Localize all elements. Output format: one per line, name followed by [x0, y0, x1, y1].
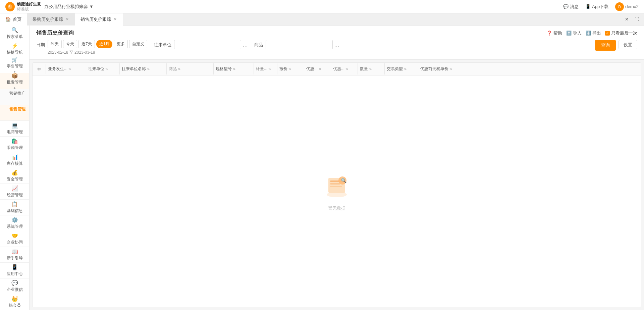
- filter-actions: 查询 设置: [595, 40, 637, 51]
- sidebar-item-shortcut[interactable]: ⚡ 快捷导航: [0, 41, 29, 57]
- table-container: ⚙ 业务发生... ⇅ 往来单位 ⇅ 往来单位名称 ⇅ 商品 ⇅: [32, 62, 641, 307]
- svg-text:🔍: 🔍: [341, 178, 347, 184]
- sort-unit-name-icon[interactable]: ⇅: [147, 67, 150, 71]
- sidebar-item-finance[interactable]: 💰 资金管理: [0, 168, 29, 184]
- sidebar-item-wechat[interactable]: 💬 企业微信: [0, 278, 29, 294]
- date-btn-more[interactable]: 更多: [114, 40, 128, 48]
- th-gear[interactable]: ⚙: [33, 64, 46, 74]
- date-btn-today[interactable]: 今天: [63, 40, 77, 48]
- import-icon: ⬆️: [566, 31, 572, 36]
- appcenter-icon: 📱: [11, 264, 18, 270]
- operations-icon: 📈: [11, 185, 18, 192]
- tab-purchase-close[interactable]: ✕: [65, 17, 69, 22]
- tab-home[interactable]: 🏠 首页: [0, 13, 27, 25]
- product-input[interactable]: [266, 40, 333, 49]
- sort-price-icon[interactable]: ⇅: [288, 67, 291, 71]
- only-last-checkbox[interactable]: 只看最后一次: [605, 30, 637, 36]
- sort-measure-icon[interactable]: ⇅: [268, 67, 271, 71]
- sidebar-item-system[interactable]: ⚙️ 系统管理: [0, 215, 29, 231]
- top-bar-right: 💬 消息 📱 App下载 D demo2: [563, 2, 639, 11]
- purchase-icon: 🛍️: [11, 138, 18, 144]
- th-discount1[interactable]: 优惠... ⇅: [304, 63, 331, 74]
- sidebar-item-enterprise[interactable]: 🤝 企业协同: [0, 231, 29, 247]
- sort-trade-icon[interactable]: ⇅: [404, 67, 407, 71]
- sidebar-item-search[interactable]: 🔍 搜索菜单: [0, 25, 29, 41]
- sidebar-item-wholesale[interactable]: 📦 批发管理 ▲: [0, 73, 29, 89]
- th-trade[interactable]: 交易类型 ⇅: [385, 63, 418, 74]
- app-download-button[interactable]: 📱 App下载: [585, 4, 608, 10]
- sort-date-icon[interactable]: ⇅: [68, 67, 71, 71]
- page-title-row: 销售历史价查询 ❓ 帮助 ⬆️ 导入 ⬇️ 导出: [36, 30, 637, 37]
- app-selector[interactable]: 办公用品行业模拟账套 ▼: [44, 4, 94, 10]
- sidebar-item-appcenter[interactable]: 📱 应用中心: [0, 263, 29, 278]
- home-icon: 🏠: [5, 17, 11, 22]
- sort-discount2-icon[interactable]: ⇅: [345, 67, 348, 71]
- sidebar: 🔍 搜索菜单 ⚡ 快捷导航 🛒 零售管理 ▼ 📦 批发管理 ▲ 营销推广 销售管…: [0, 25, 30, 310]
- settings-button[interactable]: 设置: [619, 40, 637, 49]
- th-price[interactable]: 报价 ⇅: [277, 63, 304, 74]
- sidebar-item-newguide[interactable]: 📖 新手引导: [0, 247, 29, 263]
- content-area: 销售历史价查询 ❓ 帮助 ⬆️ 导入 ⬇️ 导出: [30, 25, 644, 310]
- date-filter-group: 日期 昨天 今天 近7天 近1月 更多 自定义 2023-02-18 至 202…: [36, 40, 147, 55]
- user-menu[interactable]: D demo2: [615, 2, 639, 11]
- tab-sales[interactable]: 销售历史价跟踪 ✕: [75, 13, 123, 25]
- date-filter-label: 日期: [36, 40, 45, 48]
- logo-icon: 6: [5, 2, 15, 11]
- tab-bar-actions: ✕ ⛶: [623, 15, 644, 23]
- sidebar-item-purchase[interactable]: 🛍️ 采购管理: [0, 137, 29, 152]
- sidebar-item-inventory[interactable]: 📊 库存核算: [0, 152, 29, 168]
- sort-qty-icon[interactable]: ⇅: [369, 67, 372, 71]
- sort-unit-id-icon[interactable]: ⇅: [105, 67, 108, 71]
- unit-input-group: ...: [174, 40, 248, 49]
- th-product[interactable]: 商品 ⇅: [167, 63, 214, 74]
- import-button[interactable]: ⬆️ 导入: [566, 30, 582, 36]
- message-button[interactable]: 💬 消息: [563, 4, 579, 10]
- th-unit-name[interactable]: 往来单位名称 ⇅: [120, 63, 167, 74]
- tab-sales-close[interactable]: ✕: [113, 17, 117, 22]
- enterprise-icon: 🤝: [11, 232, 18, 239]
- unit-input[interactable]: [174, 40, 241, 49]
- logo-text: 畅捷通好生意 标准版: [17, 2, 41, 11]
- sort-spec-icon[interactable]: ⇅: [233, 67, 235, 71]
- empty-illustration: 🔍: [322, 171, 352, 201]
- ecommerce-icon: 💻: [11, 122, 18, 128]
- th-spec[interactable]: 规格型号 ⇅: [214, 63, 254, 74]
- th-date[interactable]: 业务发生... ⇅: [46, 63, 86, 74]
- sidebar-item-operations[interactable]: 📈 经营管理: [0, 184, 29, 200]
- member-icon: 👑: [11, 296, 18, 302]
- help-icon: ❓: [547, 31, 552, 36]
- date-btn-yesterday[interactable]: 昨天: [48, 40, 62, 48]
- wholesale-arrow-icon: ▲: [13, 86, 16, 90]
- download-icon: 📱: [585, 4, 591, 9]
- export-button[interactable]: ⬇️ 导出: [586, 30, 601, 36]
- product-dots-button[interactable]: ...: [334, 41, 339, 48]
- date-btn-custom[interactable]: 自定义: [129, 40, 147, 48]
- th-notax[interactable]: 优惠前无税单价 ⇅: [418, 63, 641, 74]
- query-button[interactable]: 查询: [595, 40, 616, 51]
- unit-dots-button[interactable]: ...: [243, 41, 248, 48]
- date-buttons: 昨天 今天 近7天 近1月 更多 自定义: [48, 40, 147, 48]
- date-btn-7days[interactable]: 近7天: [78, 40, 95, 48]
- top-bar-left: 6 畅捷通好生意 标准版 办公用品行业模拟账套 ▼: [5, 2, 94, 11]
- sidebar-item-sales-mgmt[interactable]: 销售管理: [0, 105, 29, 121]
- th-discount2[interactable]: 优惠... ⇅: [331, 63, 358, 74]
- newguide-icon: 📖: [11, 248, 18, 255]
- sort-product-icon[interactable]: ⇅: [178, 67, 180, 71]
- sidebar-item-ecommerce[interactable]: 💻 电商管理: [0, 121, 29, 137]
- product-input-group: ...: [266, 40, 339, 49]
- date-btn-1month[interactable]: 近1月: [96, 40, 113, 48]
- sort-notax-icon[interactable]: ⇅: [449, 67, 452, 71]
- help-button[interactable]: ❓ 帮助: [547, 30, 562, 36]
- sidebar-item-basic[interactable]: 📋 基础信息: [0, 200, 29, 215]
- sort-discount1-icon[interactable]: ⇅: [319, 67, 321, 71]
- th-unit-id[interactable]: 往来单位 ⇅: [86, 63, 120, 74]
- close-all-tabs-button[interactable]: ✕: [623, 15, 631, 23]
- sidebar-item-member[interactable]: 👑 畅会员: [0, 294, 29, 310]
- th-qty[interactable]: 数量 ⇅: [358, 63, 385, 74]
- tab-purchase[interactable]: 采购历史价跟踪 ✕: [27, 13, 75, 25]
- sidebar-item-marketing[interactable]: 营销推广: [0, 89, 29, 105]
- maximize-button[interactable]: ⛶: [633, 15, 641, 23]
- empty-text: 暂无数据: [328, 205, 345, 211]
- th-measure[interactable]: 计量... ⇅: [254, 63, 277, 74]
- sidebar-item-retail[interactable]: 🛒 零售管理 ▼: [0, 57, 29, 73]
